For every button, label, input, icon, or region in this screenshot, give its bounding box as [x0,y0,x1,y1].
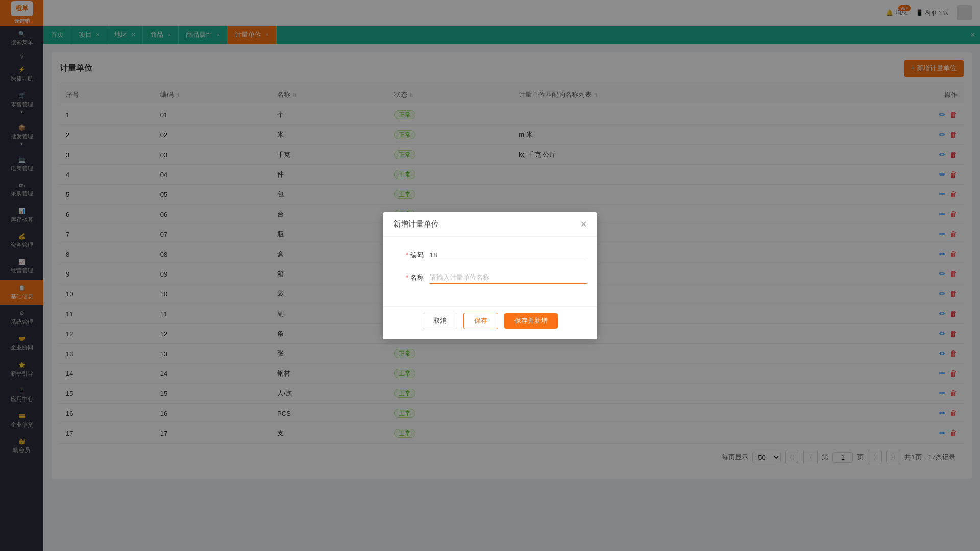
form-item-code: 编码 [393,249,587,261]
modal-overlay[interactable]: 新增计量单位 ✕ 编码 名称 取消 保存 保存并新增 [0,0,980,551]
modal-header: 新增计量单位 ✕ [383,212,597,237]
name-label: 名称 [393,273,424,282]
add-unit-modal: 新增计量单位 ✕ 编码 名称 取消 保存 保存并新增 [383,212,597,339]
save-button[interactable]: 保存 [463,313,498,329]
code-label: 编码 [393,251,424,260]
modal-title: 新增计量单位 [393,219,439,229]
save-and-new-button[interactable]: 保存并新增 [504,313,558,329]
name-input[interactable] [430,271,587,284]
code-input[interactable] [430,249,587,261]
modal-close-button[interactable]: ✕ [580,219,587,229]
form-item-name: 名称 [393,271,587,284]
modal-footer: 取消 保存 保存并新增 [383,306,597,339]
cancel-button[interactable]: 取消 [423,313,457,329]
modal-body: 编码 名称 [383,237,597,306]
